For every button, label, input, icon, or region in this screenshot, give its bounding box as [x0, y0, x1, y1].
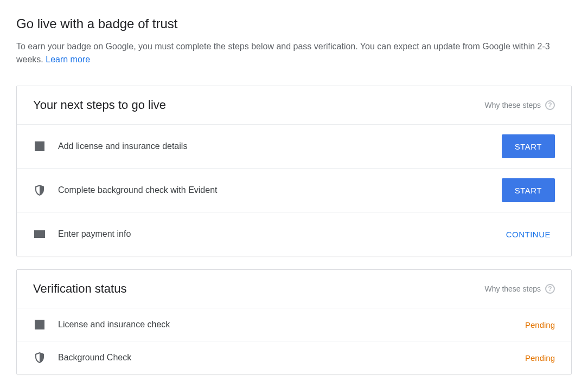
- start-license-button[interactable]: START: [502, 134, 555, 158]
- step-row-payment: Enter payment info CONTINUE: [17, 212, 571, 256]
- verification-label: License and insurance check: [58, 320, 525, 329]
- subtitle-text: To earn your badge on Google, you must c…: [16, 42, 550, 64]
- help-icon: ?: [545, 284, 555, 294]
- why-verification-label: Why these steps: [485, 284, 541, 293]
- next-steps-title: Your next steps to go live: [33, 98, 166, 112]
- step-label: Add license and insurance details: [58, 141, 502, 151]
- verification-title: Verification status: [33, 282, 126, 296]
- verification-row-license: License and insurance check Pending: [17, 308, 571, 341]
- continue-payment-button[interactable]: CONTINUE: [502, 222, 555, 246]
- step-label: Enter payment info: [58, 229, 502, 239]
- shield-icon: [33, 184, 46, 197]
- page-title: Go live with a badge of trust: [16, 16, 572, 31]
- credit-card-icon: [33, 228, 46, 241]
- verification-row-background: Background Check Pending: [17, 341, 571, 374]
- verification-label: Background Check: [58, 353, 525, 363]
- step-label: Complete background check with Evident: [58, 185, 502, 195]
- learn-more-link[interactable]: Learn more: [46, 55, 90, 64]
- why-verification-link[interactable]: Why these steps ?: [485, 284, 555, 294]
- verification-card: Verification status Why these steps ? Li…: [16, 269, 572, 374]
- next-steps-card: Your next steps to go live Why these ste…: [16, 86, 572, 256]
- page-subtitle: To earn your badge on Google, you must c…: [16, 40, 572, 66]
- start-background-button[interactable]: START: [502, 178, 555, 202]
- status-badge: Pending: [525, 320, 555, 329]
- step-row-background: Complete background check with Evident S…: [17, 169, 571, 212]
- shield-icon: [33, 351, 46, 364]
- why-steps-link[interactable]: Why these steps ?: [485, 100, 555, 110]
- document-icon: [33, 318, 46, 331]
- verification-header: Verification status Why these steps ?: [17, 270, 571, 308]
- why-steps-label: Why these steps: [485, 101, 541, 109]
- status-badge: Pending: [525, 353, 555, 363]
- step-row-license: Add license and insurance details START: [17, 125, 571, 169]
- next-steps-header: Your next steps to go live Why these ste…: [17, 86, 571, 125]
- document-icon: [33, 140, 46, 153]
- help-icon: ?: [545, 100, 555, 110]
